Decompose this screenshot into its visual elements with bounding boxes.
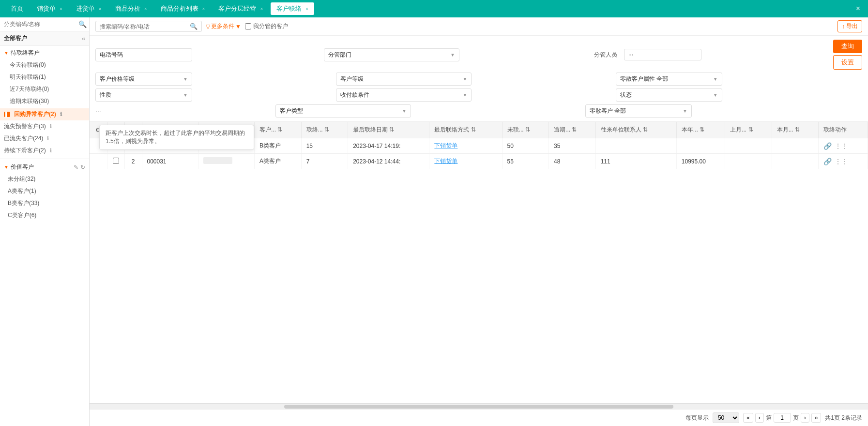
col-last-method[interactable]: 最后联络方式 ⇅ [429,122,502,138]
close-sales-order-icon[interactable]: × [60,6,62,12]
sidebar-item-7days-pending[interactable]: 近7天待联络(0) [0,83,89,95]
sidebar-item-ungroup[interactable]: 未分组(32) [0,173,89,185]
row-last-date-cell: 2023-04-17 14:19: [348,138,429,154]
search-icon[interactable]: 🔍 [190,23,198,30]
sidebar-item-grade-a[interactable]: A类客户(1) [0,185,89,197]
settings-button[interactable]: 设置 [833,55,862,70]
close-product-analysis-icon[interactable]: × [144,6,147,12]
nav-purchase-order[interactable]: 进货单 × [70,2,107,15]
price-customer-edit-icon[interactable]: ✎ [74,164,78,171]
advanced-filter: 电话号码 分管部门 ▼ 分管人员 ··· 查询 设置 [90,36,868,122]
top-nav: 首页 销货单 × 进货单 × 商品分析 × 商品分析列表 × 客户分层经营 × … [0,0,868,17]
row-checkbox-cell[interactable] [107,154,124,169]
nav-home[interactable]: 首页 [5,2,29,15]
col-overdue[interactable]: 逾期... ⇅ [549,122,596,138]
sidebar-search-icon[interactable]: 🔍 [78,20,87,28]
col-contact2[interactable]: 往来单位联系人 ⇅ [595,122,676,138]
close-customer-contact-icon[interactable]: × [305,6,308,12]
per-page-select[interactable]: 20 50 100 [713,412,739,423]
price-grade-field[interactable]: 客户价格等级 ▼ [95,73,192,86]
nav-customer-tier[interactable]: 客户分层经营 × [213,2,269,15]
price-customer-header-label[interactable]: ▼ 价值客户 [4,163,34,171]
pending-contact-header[interactable]: ▼ 待联络客户 [0,47,89,59]
last-page-button[interactable]: » [811,413,822,423]
sidebar-item-repurchase-abnormal[interactable]: ▌ 回购异常客户(2) ℹ [0,108,89,120]
more-action-icon[interactable]: ⋮⋮ [835,142,848,150]
last-method-link[interactable]: 下销货单 [434,158,457,164]
churn-warning-info-icon[interactable]: ℹ [50,123,52,130]
nav-product-analysis[interactable]: 商品分析 × [109,2,153,15]
col-last-month[interactable]: 上月... ⇅ [725,122,772,138]
retail-customer-field[interactable]: 零散客户 全部 ▼ [585,104,692,118]
next-page-button[interactable]: › [801,413,809,423]
action-buttons: 查询 设置 [833,40,862,70]
close-product-list-icon[interactable]: × [202,6,205,12]
status-field[interactable]: 状态 ▼ [616,88,722,102]
search-input[interactable] [100,23,190,30]
sidebar-item-grade-b[interactable]: B类客户(33) [0,197,89,209]
scroll-thumb[interactable] [284,405,673,409]
sidebar-item-grade-c[interactable]: C类客户(6) [0,209,89,221]
repurchase-info-icon[interactable]: ℹ [60,111,62,118]
prev-page-button[interactable]: ‹ [755,413,764,423]
sidebar-collapse-button[interactable]: « [82,35,85,42]
first-page-button[interactable]: « [743,413,753,423]
pay-field[interactable]: 收付款条件 ▼ [336,88,472,102]
more-conditions-button[interactable]: ▽ 更多条件 ▼ [206,22,241,30]
col-this-year[interactable]: 本年... ⇅ [676,122,725,138]
sidebar-item-declining[interactable]: 持续下滑客户(2) ℹ [0,145,89,157]
churned-info-icon[interactable]: ℹ [47,135,49,142]
view-action-icon[interactable]: 🔗 [823,142,832,150]
dept-chevron-icon: ▼ [450,52,455,58]
all-customers-label: 全部客户 [4,34,27,43]
retail-attr-field[interactable]: 零散客户属性 全部 ▼ [616,73,722,86]
nav-customer-contact[interactable]: 客户联络 × [271,2,314,15]
col-last-date[interactable]: 最后联络日期 ⇅ [348,122,429,138]
sidebar-item-overdue-pending[interactable]: 逾期未联络(30) [0,95,89,107]
export-button[interactable]: ↑ 导出 [838,20,862,32]
col-contact[interactable]: 联络... ⇅ [301,122,348,138]
price-customer-refresh-icon[interactable]: ↻ [80,164,85,171]
sidebar-item-tomorrow-pending[interactable]: 明天待联络(1) [0,71,89,83]
dept-field[interactable]: 分管部门 ▼ [324,48,459,61]
row-uncontact-cell: 50 [502,138,549,154]
sidebar-item-today-pending[interactable]: 今天待联络(0) [0,59,89,71]
person-field[interactable]: ··· [624,49,701,60]
more-action-icon[interactable]: ⋮⋮ [835,158,848,165]
close-customer-tier-icon[interactable]: × [260,6,263,12]
row-last-method-cell[interactable]: 下销货单 [429,138,502,154]
phone-field[interactable]: 电话号码 [95,48,192,61]
filter-row-1: 电话号码 分管部门 ▼ 分管人员 ··· 查询 设置 [95,40,862,70]
pagination: « ‹ 第 页 › » [743,413,821,423]
table-row: 2 000031 A类客户 7 2023-04-12 14:44: 下销货单 5… [90,154,868,169]
my-customers-checkbox-area: 我分管的客户 [245,22,288,30]
last-method-link[interactable]: 下销货单 [434,142,457,149]
sidebar-item-churn-warning[interactable]: 流失预警客户(3) ℹ [0,120,89,132]
dots-button[interactable]: ··· [95,107,101,115]
row-this-year-cell: 10995.00 [676,154,725,169]
row-contact-cell: 15 [301,138,348,154]
declining-info-icon[interactable]: ℹ [50,147,52,154]
row-checkbox[interactable] [113,158,119,164]
col-grade[interactable]: 客户... ⇅ [255,122,302,138]
my-customers-checkbox[interactable] [245,23,251,29]
nav-sales-order[interactable]: 销货单 × [31,2,68,15]
customer-type-field[interactable]: 客户类型 ▼ [275,104,411,118]
nav-product-analysis-list[interactable]: 商品分析列表 × [155,2,211,15]
sidebar-item-churned[interactable]: 已流失客户(24) ℹ [0,132,89,145]
row-last-method-cell[interactable]: 下销货单 [429,154,502,169]
horizontal-scrollbar[interactable] [90,403,868,409]
gender-field[interactable]: 性质 ▼ [95,88,192,102]
content-area: 🔍 ▽ 更多条件 ▼ 我分管的客户 ↑ 导出 电话号码 [90,17,868,426]
grade-field[interactable]: 客户等级 ▼ [336,73,472,86]
per-page-label: 每页显示 [685,414,709,422]
close-purchase-order-icon[interactable]: × [99,6,102,12]
window-close-button[interactable]: × [853,4,863,13]
page-number-input[interactable] [774,413,791,423]
query-button[interactable]: 查询 [833,40,862,53]
pending-contact-label: 待联络客户 [11,49,40,57]
view-action-icon[interactable]: 🔗 [823,158,832,165]
col-uncontact[interactable]: 未联... ⇅ [502,122,549,138]
sidebar-search-input[interactable] [4,21,76,28]
col-this-month[interactable]: 本月... ⇅ [772,122,819,138]
